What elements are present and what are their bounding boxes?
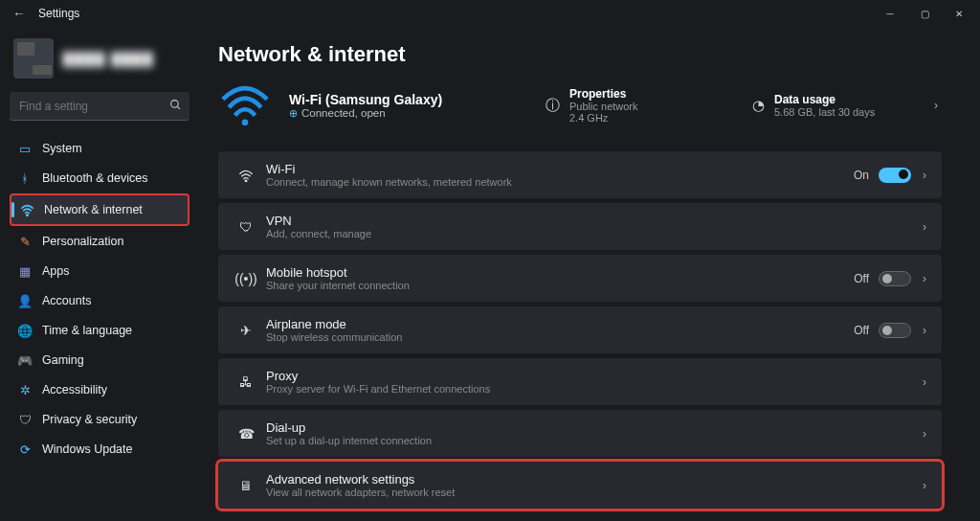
advanced-icon: 🖥	[234, 478, 258, 493]
wifi-icon	[234, 169, 258, 182]
dialup-icon: ☎	[234, 426, 258, 442]
profile-name: ████ ████	[63, 52, 154, 66]
page-title: Network & internet	[218, 42, 942, 67]
sidebar-item-personalization[interactable]: ✎Personalization	[10, 227, 189, 256]
wifi-large-icon	[218, 84, 272, 126]
airplane-icon: ✈	[234, 323, 258, 338]
main: Network & internet Wi-Fi (Samsung Galaxy…	[199, 27, 980, 521]
update-icon: ⟳	[17, 442, 33, 457]
info-icon: ⓘ	[546, 97, 560, 115]
sidebar: ████ ████ ▭System ᚼBluetooth & devices N…	[0, 27, 199, 521]
settings-list: Wi-FiConnect, manage known networks, met…	[218, 151, 942, 509]
sidebar-item-label: Windows Update	[42, 442, 133, 456]
chevron-right-icon: ›	[934, 99, 942, 112]
card-status: On	[854, 169, 869, 182]
card-advanced[interactable]: 🖥 Advanced network settingsView all netw…	[218, 462, 942, 509]
sidebar-item-system[interactable]: ▭System	[10, 134, 189, 163]
sidebar-item-network[interactable]: Network & internet	[10, 193, 189, 226]
card-airplane[interactable]: ✈ Airplane modeStop wireless communicati…	[218, 306, 942, 353]
svg-point-0	[171, 101, 179, 108]
svg-point-2	[26, 215, 28, 216]
sidebar-item-bluetooth[interactable]: ᚼBluetooth & devices	[10, 164, 189, 193]
sidebar-item-time[interactable]: 🌐Time & language	[10, 316, 189, 345]
usage-icon: ◔	[752, 97, 765, 114]
card-sub: Set up a dial-up internet connection	[266, 435, 923, 446]
connection-status: Connected, open	[301, 107, 386, 119]
airplane-toggle[interactable]	[879, 323, 911, 338]
chevron-right-icon: ›	[923, 375, 926, 389]
connection-name: Wi-Fi (Samsung Galaxy)	[289, 92, 528, 107]
bluetooth-icon: ᚼ	[17, 170, 33, 186]
secure-icon: ⊕	[289, 107, 298, 120]
apps-icon: ▦	[17, 263, 33, 279]
card-sub: Share your internet connection	[266, 280, 854, 291]
card-sub: View all network adapters, network reset	[266, 487, 923, 498]
proxy-icon: 🖧	[234, 374, 258, 390]
back-button[interactable]: ←	[4, 6, 34, 21]
sidebar-item-privacy[interactable]: 🛡Privacy & security	[10, 405, 189, 434]
card-title: Proxy	[266, 369, 923, 383]
svg-point-4	[245, 180, 247, 182]
titlebar: ← Settings ─ ▢ ✕	[0, 0, 980, 27]
sidebar-item-accounts[interactable]: 👤Accounts	[10, 286, 189, 315]
sidebar-item-update[interactable]: ⟳Windows Update	[10, 435, 189, 464]
hotspot-toggle[interactable]	[879, 271, 911, 286]
chevron-right-icon: ›	[923, 427, 926, 441]
card-title: VPN	[266, 214, 923, 228]
time-icon: 🌐	[17, 323, 33, 338]
accessibility-icon: ✲	[17, 382, 33, 397]
card-sub: Stop wireless communication	[266, 331, 854, 343]
personalization-icon: ✎	[17, 234, 33, 249]
sidebar-item-label: Apps	[42, 264, 70, 278]
accounts-icon: 👤	[17, 293, 33, 308]
system-icon: ▭	[17, 141, 33, 156]
properties-sub: Public network 2.4 GHz	[569, 101, 638, 124]
window-title: Settings	[38, 7, 79, 20]
search-icon	[169, 99, 182, 111]
sidebar-item-label: Accounts	[42, 294, 91, 307]
card-status: Off	[854, 272, 869, 285]
card-title: Mobile hotspot	[266, 265, 854, 280]
card-wifi[interactable]: Wi-FiConnect, manage known networks, met…	[218, 151, 942, 198]
sidebar-item-apps[interactable]: ▦Apps	[10, 257, 189, 285]
properties-link[interactable]: ⓘ Properties Public network 2.4 GHz	[546, 87, 735, 124]
card-title: Advanced network settings	[266, 472, 923, 487]
nav: ▭System ᚼBluetooth & devices Network & i…	[10, 134, 189, 464]
card-title: Airplane mode	[266, 317, 854, 331]
hotspot-icon: ((•))	[234, 271, 258, 286]
svg-point-3	[242, 119, 249, 125]
sidebar-item-label: Privacy & security	[42, 413, 137, 426]
card-hotspot[interactable]: ((•)) Mobile hotspotShare your internet …	[218, 255, 942, 302]
usage-title: Data usage	[774, 93, 875, 106]
card-proxy[interactable]: 🖧 ProxyProxy server for Wi-Fi and Ethern…	[218, 358, 942, 405]
wifi-icon	[19, 202, 34, 217]
connection-hero: Wi-Fi (Samsung Galaxy) ⊕Connected, open …	[218, 84, 942, 126]
card-status: Off	[854, 324, 869, 337]
maximize-button[interactable]: ▢	[907, 0, 942, 27]
chevron-right-icon: ›	[923, 220, 926, 234]
data-usage-link[interactable]: ◔ Data usage 5.68 GB, last 30 days ›	[752, 93, 942, 118]
card-title: Wi-Fi	[266, 162, 854, 176]
properties-title: Properties	[569, 87, 638, 101]
sidebar-item-label: Network & internet	[44, 203, 143, 216]
profile[interactable]: ████ ████	[13, 38, 189, 79]
search-input[interactable]	[10, 92, 189, 121]
privacy-icon: 🛡	[17, 412, 33, 427]
close-button[interactable]: ✕	[942, 0, 976, 27]
sidebar-item-label: Time & language	[42, 324, 132, 337]
card-sub: Proxy server for Wi-Fi and Ethernet conn…	[266, 383, 923, 395]
sidebar-item-label: Personalization	[42, 235, 123, 248]
sidebar-item-gaming[interactable]: 🎮Gaming	[10, 346, 189, 374]
gaming-icon: 🎮	[17, 352, 33, 368]
card-sub: Connect, manage known networks, metered …	[266, 176, 854, 188]
svg-line-1	[177, 106, 180, 109]
card-vpn[interactable]: 🛡 VPNAdd, connect, manage ›	[218, 203, 942, 250]
minimize-button[interactable]: ─	[873, 0, 907, 27]
sidebar-item-label: Gaming	[42, 353, 84, 367]
card-dialup[interactable]: ☎ Dial-upSet up a dial-up internet conne…	[218, 410, 942, 457]
sidebar-item-accessibility[interactable]: ✲Accessibility	[10, 375, 189, 404]
wifi-toggle[interactable]	[879, 168, 911, 183]
chevron-right-icon: ›	[923, 272, 926, 285]
chevron-right-icon: ›	[923, 324, 926, 337]
card-title: Dial-up	[266, 420, 923, 435]
